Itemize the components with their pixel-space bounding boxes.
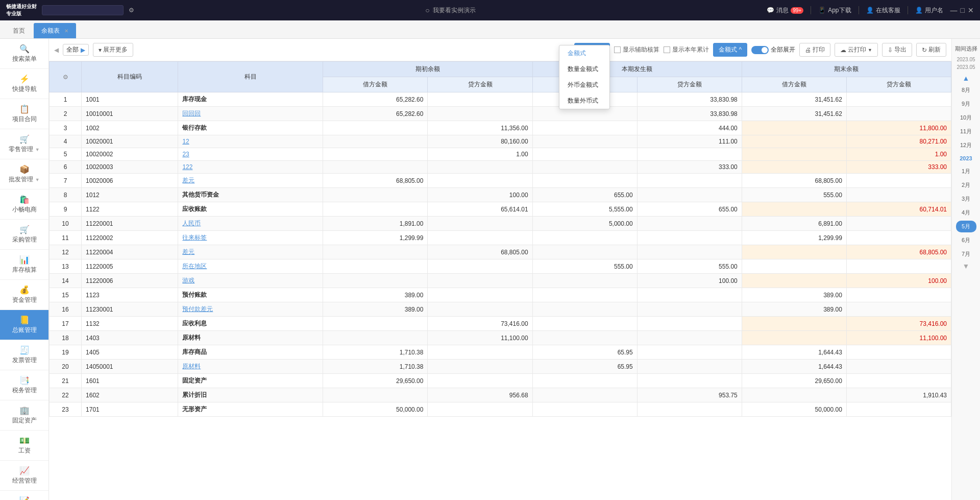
table-row[interactable]: 4100200011280,160.00111.0080,271.00 <box>50 135 951 148</box>
export-button[interactable]: ⇩ 导出 <box>882 43 912 57</box>
table-row[interactable]: 510020002231.001.00 <box>50 148 951 161</box>
month-12[interactable]: 12月 <box>956 139 976 151</box>
table-row[interactable]: 81012其他货币资金100.00655.00555.00 <box>50 188 951 202</box>
table-row[interactable]: 210010001回回回65,282.6033,830.9831,451.62 <box>50 107 951 121</box>
purchase-icon: 🛒 <box>3 225 45 234</box>
format-option-amount[interactable]: 金额式 <box>559 45 609 61</box>
format-button[interactable]: 金额式 ^ <box>713 43 747 57</box>
table-row[interactable]: 191405库存商品1,710.3865.951,644.43 <box>50 345 951 360</box>
table-row[interactable]: 151123预付账款389.00389.00 <box>50 288 951 302</box>
user-avatar[interactable]: 👤 用户名 <box>915 6 943 15</box>
minimize-button[interactable]: — <box>950 6 958 14</box>
table-row[interactable]: 1311220005所在地区555.00555.00 <box>50 259 951 274</box>
table-row[interactable]: 1011220001人民币1,891.005,000.006,891.00 <box>50 217 951 231</box>
show-year-total-checkbox[interactable]: 显示本年累计 <box>664 45 709 54</box>
table-row[interactable]: 1111220002往来标签1,299.991,299.99 <box>50 231 951 245</box>
topbar-settings-icon[interactable]: ⚙ <box>129 7 134 14</box>
close-button[interactable]: ✕ <box>968 6 974 14</box>
format-option-qty-amount[interactable]: 数量金额式 <box>559 61 609 77</box>
sidebar-item-project[interactable]: 📋 项目合同 <box>0 99 48 129</box>
sidebar-item-purchase[interactable]: 🛒 采购管理 <box>0 220 48 250</box>
sidebar-item-tax[interactable]: 📑 税务管理 <box>0 370 48 400</box>
table-row[interactable]: 2014050001原材料1,710.3865.951,644.43 <box>50 360 951 374</box>
table-row[interactable]: 1411220006游戏100.00100.00 <box>50 274 951 288</box>
sidebar-item-expense[interactable]: 📝 小畅报销 <box>0 491 48 500</box>
sidebar-item-search[interactable]: 🔍 搜索菜单 <box>0 39 48 69</box>
month-2[interactable]: 2月 <box>956 179 976 191</box>
cloud-print-arrow: ▼ <box>868 47 872 53</box>
expand-more-button[interactable]: ▾ 展开更多 <box>93 43 133 57</box>
print-button[interactable]: 🖨 打印 <box>799 43 830 57</box>
month-6[interactable]: 6月 <box>956 234 976 246</box>
month-7[interactable]: 7月 <box>956 248 976 260</box>
format-option-qty-foreign[interactable]: 数量外币式 <box>559 93 609 109</box>
table-row[interactable]: 31002银行存款11,356.00444.0011,800.00 <box>50 121 951 135</box>
tab-balance[interactable]: 余额表 ✕ <box>34 23 76 38</box>
table-row[interactable]: 91122应收账款65,614.015,555.00655.0060,714.0… <box>50 202 951 217</box>
sidebar-item-finance[interactable]: 💰 资金管理 <box>0 280 48 310</box>
month-5[interactable]: 5月 <box>956 221 976 232</box>
month-11[interactable]: 11月 <box>956 126 976 137</box>
ecommerce-icon: 🛍️ <box>3 195 45 204</box>
table-row[interactable]: 11001库存现金65,282.6033,830.9831,451.62 <box>50 92 951 107</box>
print-icon: 🖨 <box>805 46 811 54</box>
col-open-debit-header: 借方金额 <box>323 77 428 92</box>
sidebar-item-management[interactable]: 📈 经营管理 <box>0 461 48 491</box>
month-1[interactable]: 1月 <box>956 165 976 177</box>
cloud-print-button[interactable]: ☁ 云打印 ▼ <box>835 43 878 57</box>
maximize-button[interactable]: □ <box>961 6 965 14</box>
search-forward-icon[interactable]: ▶ <box>81 46 85 54</box>
col-period-open-header: 期初余额 <box>323 62 532 77</box>
year-2023-item[interactable]: 2023 <box>956 153 976 163</box>
main-layout: 🔍 搜索菜单 ⚡ 快捷导航 📋 项目合同 🛒 零售管理 ▼ 📦 批发管理 ▼ 🛍… <box>0 39 980 500</box>
table-row[interactable]: 171132应收利息73,416.0073,416.00 <box>50 317 951 331</box>
right-panel: 期间选择 2023.05 2023.05 ▲ 8月 9月 10月 11月 12月… <box>951 39 980 500</box>
table-row[interactable]: 610020003122333.00333.00 <box>50 161 951 174</box>
separator <box>811 6 811 14</box>
sidebar-item-invoice[interactable]: 🧾 发票管理 <box>0 340 48 370</box>
sidebar-item-retail[interactable]: 🛒 零售管理 ▼ <box>0 129 48 159</box>
table-row[interactable]: 231701无形资产50,000.0050,000.00 <box>50 402 951 417</box>
sidebar-item-salary[interactable]: 💵 工资 <box>0 431 48 461</box>
table-row[interactable]: 181403原材料11,100.0011,100.00 <box>50 331 951 345</box>
month-9[interactable]: 9月 <box>956 98 976 110</box>
topbar-demo-link[interactable]: ○ 我要看实例演示 <box>425 6 475 15</box>
tab-home[interactable]: 首页 <box>5 23 33 38</box>
sidebar-item-wholesale[interactable]: 📦 批发管理 ▼ <box>0 159 48 189</box>
month-10[interactable]: 10月 <box>956 112 976 124</box>
service-icon: 👤 <box>866 7 874 14</box>
table-row[interactable]: 211601固定资产29,650.0029,650.00 <box>50 374 951 388</box>
tax-icon: 📑 <box>3 375 45 385</box>
settings-icon[interactable]: ⚙ <box>54 74 77 81</box>
sidebar-item-inventory[interactable]: 📊 库存核算 <box>0 250 48 280</box>
month-8[interactable]: 8月 <box>956 84 976 96</box>
month-4[interactable]: 4月 <box>956 207 976 219</box>
topbar-search-input[interactable] <box>42 5 124 15</box>
period-title: 期间选择 <box>954 43 978 55</box>
show-subsidiary-checkbox[interactable]: 显示辅助核算 <box>614 45 659 54</box>
message-button[interactable]: 💬 消息 99+ <box>767 6 803 15</box>
table-row[interactable]: 710020006差元68,805.0068,805.00 <box>50 174 951 188</box>
refresh-button[interactable]: ↻ 刷新 <box>916 43 946 57</box>
back-icon[interactable]: ◀ <box>54 46 59 54</box>
up-arrow-button[interactable]: ▲ <box>963 74 970 82</box>
salary-icon: 💵 <box>3 436 45 445</box>
sidebar-item-quicknav[interactable]: ⚡ 快捷导航 <box>0 69 48 99</box>
tab-close-icon[interactable]: ✕ <box>64 28 68 34</box>
month-3[interactable]: 3月 <box>956 193 976 205</box>
table-row[interactable]: 1611230001预付款差元389.00389.00 <box>50 302 951 317</box>
table-row[interactable]: 1211220004差元68,805.0068,805.00 <box>50 245 951 259</box>
separator3 <box>908 6 908 14</box>
down-arrow-button[interactable]: ▼ <box>963 262 970 270</box>
invoice-icon: 🧾 <box>3 345 45 355</box>
sidebar-item-assets[interactable]: 🏢 固定资产 <box>0 400 48 431</box>
finance-icon: 💰 <box>3 285 45 295</box>
table-row[interactable]: 221602累计折旧956.68953.751,910.43 <box>50 388 951 402</box>
sidebar-item-ledger[interactable]: 📒 总账管理 <box>0 310 48 340</box>
online-service-button[interactable]: 👤 在线客服 <box>866 6 900 15</box>
expand-all-toggle[interactable]: 全部展开 <box>751 45 795 54</box>
format-option-foreign-amount[interactable]: 外币金额式 <box>559 77 609 93</box>
sidebar-item-ecommerce[interactable]: 🛍️ 小畅电商 <box>0 189 48 220</box>
app-download-button[interactable]: 📱 App下载 <box>818 6 851 15</box>
toolbar: ◀ 全部 ▶ ▾ 展开更多 退回旧版 显示辅助核算 显示本年累计 金 <box>49 39 951 61</box>
